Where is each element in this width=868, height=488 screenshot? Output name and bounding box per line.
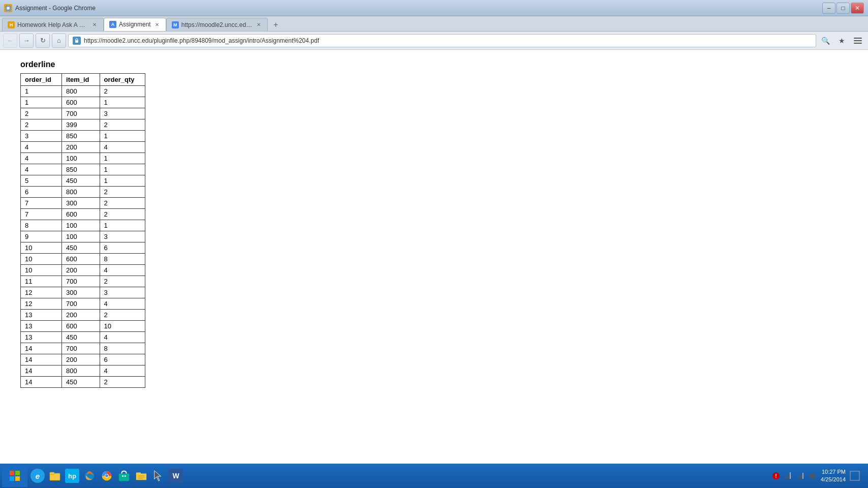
- tab-1[interactable]: H Homework Help Ask A Q... ✕: [2, 18, 104, 31]
- cell-r12-c0: 8: [21, 220, 62, 231]
- table-row: 147008: [21, 343, 145, 354]
- col-header-order-qty: order_qty: [100, 74, 145, 86]
- table-row: 132002: [21, 310, 145, 321]
- cell-r13-c2: 3: [100, 231, 145, 242]
- taskbar-store-icon[interactable]: [116, 468, 132, 484]
- cell-r26-c1: 450: [62, 377, 100, 388]
- title-bar: Assignment - Google Chrome – □ ✕: [0, 0, 868, 16]
- system-tray: ! 10:27 PM 4/25/2014: [766, 468, 866, 484]
- cell-r13-c1: 100: [62, 231, 100, 242]
- system-clock[interactable]: 10:27 PM 4/25/2014: [821, 468, 846, 484]
- cell-r14-c1: 450: [62, 242, 100, 254]
- cell-r26-c0: 14: [21, 377, 62, 388]
- close-button[interactable]: ✕: [851, 3, 864, 14]
- cell-r9-c2: 2: [100, 187, 145, 198]
- tab-bar: H Homework Help Ask A Q... ✕ A Assignmen…: [0, 16, 868, 32]
- cell-r0-c1: 800: [62, 86, 100, 97]
- tab-3[interactable]: M https://moodle2.uncc.edu... ✕: [166, 18, 268, 31]
- cell-r4-c0: 3: [21, 131, 62, 142]
- cell-r4-c2: 1: [100, 131, 145, 142]
- svg-marker-25: [154, 471, 161, 481]
- table-row: 38501: [21, 131, 145, 142]
- svg-rect-37: [850, 471, 859, 480]
- taskbar-folder-icon[interactable]: [133, 468, 149, 484]
- clock-time: 10:27 PM: [821, 468, 846, 476]
- chrome-menu-icon[interactable]: [851, 34, 865, 48]
- taskbar-word-icon[interactable]: W: [168, 468, 184, 484]
- cell-r25-c1: 800: [62, 365, 100, 377]
- cell-r24-c0: 14: [21, 354, 62, 365]
- address-bar[interactable]: https://moodle2.uncc.edu/pluginfile.php/…: [68, 34, 816, 47]
- taskbar-firefox-icon[interactable]: [81, 468, 98, 484]
- taskbar-hp-icon[interactable]: hp: [64, 468, 80, 484]
- cell-r10-c0: 7: [21, 198, 62, 209]
- svg-rect-30: [788, 474, 789, 479]
- cell-r18-c1: 300: [62, 287, 100, 298]
- antivirus-icon: !: [772, 472, 780, 480]
- taskbar-chrome-icon[interactable]: [99, 468, 115, 484]
- tab-1-close[interactable]: ✕: [91, 21, 98, 28]
- tab-2-label: Assignment: [119, 21, 151, 28]
- svg-rect-21: [136, 473, 141, 475]
- url-text: https://moodle2.uncc.edu/pluginfile.php/…: [84, 37, 812, 44]
- cell-r26-c2: 2: [100, 377, 145, 388]
- table-row: 102004: [21, 265, 145, 276]
- svg-rect-6: [10, 471, 14, 475]
- table-row: 123003: [21, 287, 145, 298]
- maximize-button[interactable]: □: [836, 3, 850, 14]
- svg-marker-36: [810, 473, 814, 479]
- svg-rect-35: [802, 473, 803, 479]
- cell-r7-c0: 4: [21, 164, 62, 175]
- taskbar-explorer-icon[interactable]: [47, 468, 63, 484]
- cell-r9-c1: 800: [62, 187, 100, 198]
- taskbar-ie-icon[interactable]: e: [29, 468, 46, 484]
- svg-rect-18: [122, 475, 123, 477]
- cell-r8-c0: 5: [21, 175, 62, 187]
- cell-r11-c0: 7: [21, 209, 62, 220]
- start-button[interactable]: [2, 465, 27, 487]
- cell-r17-c0: 11: [21, 276, 62, 287]
- cell-r22-c1: 450: [62, 332, 100, 343]
- browser-window: Assignment - Google Chrome – □ ✕ H Homew…: [0, 0, 868, 464]
- svg-rect-3: [854, 38, 862, 39]
- search-icon[interactable]: 🔍: [818, 34, 832, 48]
- tab-3-close[interactable]: ✕: [255, 21, 262, 28]
- svg-rect-5: [854, 43, 862, 44]
- cell-r11-c1: 600: [62, 209, 100, 220]
- table-row: 91003: [21, 231, 145, 242]
- home-button[interactable]: ⌂: [52, 34, 66, 48]
- taskbar-cursor-icon[interactable]: [150, 468, 167, 484]
- table-row: 73002: [21, 198, 145, 209]
- bookmark-star-icon[interactable]: ★: [834, 34, 849, 48]
- cell-r18-c0: 12: [21, 287, 62, 298]
- table-row: 1360010: [21, 321, 145, 332]
- tab-2[interactable]: A Assignment ✕: [104, 18, 166, 31]
- tab-2-close[interactable]: ✕: [153, 21, 161, 28]
- svg-rect-17: [119, 473, 129, 481]
- table-row: 81001: [21, 220, 145, 231]
- cell-r2-c2: 3: [100, 108, 145, 119]
- tab-3-label: https://moodle2.uncc.edu...: [181, 21, 253, 28]
- browser-title: Assignment - Google Chrome: [15, 5, 822, 12]
- table-row: 27003: [21, 108, 145, 119]
- cell-r6-c2: 1: [100, 153, 145, 164]
- svg-rect-32: [798, 477, 799, 479]
- svg-rect-31: [790, 472, 791, 479]
- cell-r3-c2: 2: [100, 119, 145, 131]
- table-row: 104506: [21, 242, 145, 254]
- new-tab-button[interactable]: +: [270, 19, 282, 31]
- cell-r8-c2: 1: [100, 175, 145, 187]
- svg-point-1: [7, 7, 10, 10]
- col-header-item-id: item_id: [62, 74, 100, 86]
- minimize-button[interactable]: –: [822, 3, 835, 14]
- cell-r14-c0: 10: [21, 242, 62, 254]
- back-button[interactable]: ←: [3, 34, 17, 48]
- cell-r4-c1: 850: [62, 131, 100, 142]
- show-desktop-icon[interactable]: [850, 471, 860, 481]
- cell-r1-c2: 1: [100, 97, 145, 108]
- cell-r22-c2: 4: [100, 332, 145, 343]
- cell-r2-c1: 700: [62, 108, 100, 119]
- forward-button[interactable]: →: [19, 34, 34, 48]
- table-row: 18002: [21, 86, 145, 97]
- refresh-button[interactable]: ↻: [36, 34, 50, 48]
